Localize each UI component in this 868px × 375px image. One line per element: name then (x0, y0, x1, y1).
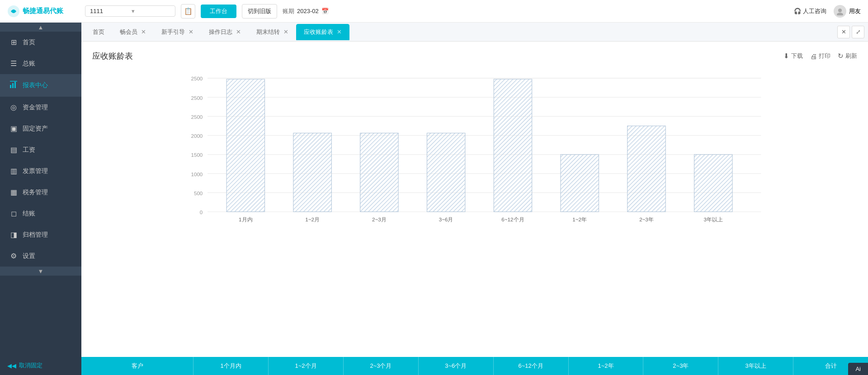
download-icon: ⬇ (783, 52, 789, 60)
top-bar: 畅捷通易代账 1111 ▾ 📋 工作台 切到旧版 账期 2023-02 📅 🎧 … (0, 0, 868, 23)
reports-icon (9, 80, 18, 90)
svg-text:2500: 2500 (191, 75, 203, 81)
svg-text:2500: 2500 (191, 114, 203, 120)
user-area[interactable]: 用友 (834, 5, 861, 18)
svg-text:2000: 2000 (191, 133, 203, 139)
tab-guide[interactable]: 新手引导 ✕ (154, 24, 201, 40)
svg-rect-38 (694, 155, 732, 212)
ai-badge[interactable]: Ai (848, 363, 868, 375)
settings-icon: ⚙ (9, 252, 18, 260)
tab-oplog-close[interactable]: ✕ (236, 28, 241, 35)
sidebar-item-payroll[interactable]: ▤ 工资 (0, 139, 81, 160)
svg-text:3~6月: 3~6月 (439, 216, 453, 222)
avatar (834, 5, 846, 18)
svg-text:1500: 1500 (191, 152, 203, 158)
sidebar-item-home[interactable]: ⊞ 首页 (0, 32, 81, 53)
col-6-12m: 6~12个月 (494, 357, 569, 375)
print-icon: 🖨 (810, 52, 817, 60)
table-column-headers: 客户 1个月内 1~2个月 2~3个月 3~6个月 6~12个月 (81, 357, 868, 375)
dropdown-arrow-icon: ▾ (132, 8, 170, 14)
sidebar-item-reports[interactable]: 报表中心 (0, 74, 81, 97)
tabs-actions: ✕ ⤢ (837, 26, 864, 38)
chart-container: 2500 2500 2500 2000 1500 1000 500 0 (92, 69, 857, 240)
ledger-icon: ☰ (9, 59, 18, 68)
sidebar-item-archive[interactable]: ◨ 归档管理 (0, 224, 81, 245)
svg-rect-28 (360, 133, 398, 212)
svg-text:1~2年: 1~2年 (572, 216, 587, 222)
svg-rect-3 (10, 85, 11, 88)
workbench-button[interactable]: 工作台 (201, 5, 236, 18)
svg-text:2500: 2500 (191, 95, 203, 101)
tab-ar-aging-close[interactable]: ✕ (337, 28, 342, 35)
period-area: 账期 2023-02 📅 (283, 7, 329, 15)
col-1-2m: 1~2个月 (269, 357, 344, 375)
svg-rect-24 (226, 79, 264, 211)
sidebar-item-settings[interactable]: ⚙ 设置 (0, 245, 81, 267)
download-button[interactable]: ⬇ 下载 (783, 52, 803, 60)
funds-icon: ◎ (9, 103, 18, 112)
tab-oplog[interactable]: 操作日志 ✕ (201, 24, 249, 40)
top-right-area: 🎧 人工咨询 用友 (794, 5, 861, 18)
col-1-2y: 1~2年 (569, 357, 644, 375)
svg-rect-30 (427, 133, 465, 212)
svg-rect-36 (627, 126, 665, 212)
refresh-button[interactable]: ↻ 刷新 (838, 52, 857, 60)
close-account-icon: ◻ (9, 209, 18, 218)
svg-text:1000: 1000 (191, 171, 203, 177)
col-1m: 1个月内 (193, 357, 269, 375)
page-header: 应收账龄表 ⬇ 下载 🖨 打印 ↻ 刷新 (92, 51, 857, 61)
invoice-icon: ▥ (9, 167, 18, 175)
content-area: 首页 畅会员 ✕ 新手引导 ✕ 操作日志 ✕ 期末结转 ✕ 应收账龄表 ✕ (81, 23, 868, 375)
tab-period-close[interactable]: 期末结转 ✕ (249, 24, 296, 40)
tab-member[interactable]: 畅会员 ✕ (112, 24, 154, 40)
consult-button[interactable]: 🎧 人工咨询 (794, 7, 826, 15)
sidebar-item-funds[interactable]: ◎ 资金管理 (0, 97, 81, 118)
tab-guide-close[interactable]: ✕ (189, 28, 193, 35)
sidebar: ▲ ⊞ 首页 ☰ 总账 报表中心 ◎ 资金管理 ▣ 固定资产 ▤ 工资 ▥ (0, 23, 81, 375)
payroll-icon: ▤ (9, 145, 18, 154)
tab-period-close-close[interactable]: ✕ (283, 28, 288, 35)
sidebar-item-ledger[interactable]: ☰ 总账 (0, 53, 81, 74)
svg-text:2~3年: 2~3年 (639, 216, 654, 222)
tabs-bar: 首页 畅会员 ✕ 新手引导 ✕ 操作日志 ✕ 期末结转 ✕ 应收账龄表 ✕ (81, 23, 868, 42)
home-icon: ⊞ (9, 38, 18, 47)
sidebar-scroll-down[interactable]: ▼ (0, 267, 81, 276)
svg-rect-34 (561, 155, 599, 212)
svg-point-1 (838, 9, 842, 12)
print-button[interactable]: 🖨 打印 (810, 52, 830, 60)
company-selector[interactable]: 1111 ▾ (85, 5, 175, 17)
tabs-expand-button[interactable]: ⤢ (852, 26, 864, 38)
archive-icon-btn[interactable]: 📋 (181, 4, 195, 19)
page-content: 应收账龄表 ⬇ 下载 🖨 打印 ↻ 刷新 (81, 42, 868, 375)
sidebar-item-assets[interactable]: ▣ 固定资产 (0, 118, 81, 139)
tab-member-close[interactable]: ✕ (141, 28, 146, 35)
svg-rect-6 (10, 81, 17, 82)
col-3y-plus: 3年以上 (718, 357, 793, 375)
main-layout: ▲ ⊞ 首页 ☰ 总账 报表中心 ◎ 资金管理 ▣ 固定资产 ▤ 工资 ▥ (0, 23, 868, 375)
sidebar-pin-toggle[interactable]: ◀◀ 取消固定 (0, 356, 81, 375)
col-3-6m: 3~6个月 (419, 357, 494, 375)
tab-home[interactable]: 首页 (85, 24, 112, 40)
svg-text:3年以上: 3年以上 (704, 216, 723, 222)
pin-icon: ◀◀ (7, 362, 16, 369)
app-logo: 畅捷通易代账 (7, 5, 80, 18)
svg-text:1~2月: 1~2月 (305, 216, 320, 222)
sidebar-item-invoice[interactable]: ▥ 发票管理 (0, 160, 81, 182)
svg-rect-26 (293, 133, 331, 212)
svg-text:1月内: 1月内 (239, 216, 252, 222)
sidebar-item-tax[interactable]: ▦ 税务管理 (0, 182, 81, 203)
tab-ar-aging[interactable]: 应收账龄表 ✕ (296, 24, 349, 40)
svg-text:2~3月: 2~3月 (372, 216, 387, 222)
switch-version-button[interactable]: 切到旧版 (242, 4, 277, 19)
svg-text:6~12个月: 6~12个月 (501, 216, 524, 222)
svg-rect-32 (494, 79, 532, 211)
assets-icon: ▣ (9, 124, 18, 133)
sidebar-scroll-up[interactable]: ▲ (0, 23, 81, 32)
page-actions: ⬇ 下载 🖨 打印 ↻ 刷新 (783, 52, 857, 60)
tabs-close-all-button[interactable]: ✕ (837, 26, 850, 38)
calendar-icon[interactable]: 📅 (321, 8, 329, 14)
svg-text:500: 500 (194, 190, 203, 196)
svg-rect-4 (12, 83, 14, 88)
sidebar-item-close[interactable]: ◻ 结账 (0, 203, 81, 224)
headset-icon: 🎧 (794, 8, 801, 14)
